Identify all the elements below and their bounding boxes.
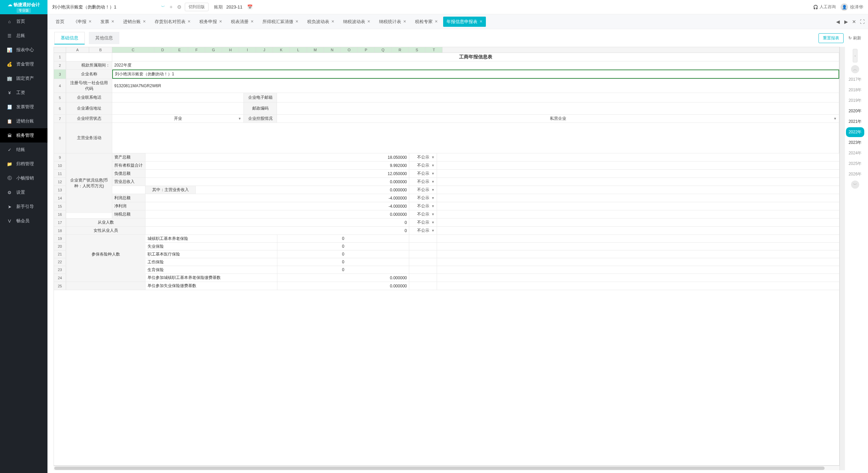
row-number[interactable]: 2 bbox=[54, 61, 66, 69]
year-down-button[interactable]: ﹀ bbox=[851, 181, 859, 189]
tab-税负波动表[interactable]: 税负波动表✕ bbox=[304, 17, 338, 27]
finance-value[interactable]: -4.000000 bbox=[145, 202, 409, 210]
nav-item-invoice[interactable]: 🧾发票管理 bbox=[0, 100, 47, 114]
year-2022年[interactable]: 2022年 bbox=[846, 127, 865, 137]
tab-所得税汇算清缴[interactable]: 所得税汇算清缴✕ bbox=[259, 17, 302, 27]
phone-cell[interactable] bbox=[112, 93, 244, 102]
holding-dropdown[interactable]: 私营企业▼ bbox=[277, 115, 839, 122]
finance-value[interactable]: 0.000000 bbox=[196, 186, 409, 194]
row-number[interactable]: 3 bbox=[54, 70, 66, 79]
nav-item-home[interactable]: ⌂首页 bbox=[0, 14, 47, 29]
zip-cell[interactable] bbox=[277, 102, 839, 114]
insurance-value[interactable]: 0 bbox=[277, 250, 409, 258]
col-header-T[interactable]: T bbox=[426, 47, 442, 53]
tab-税表清册[interactable]: 税表清册✕ bbox=[228, 17, 257, 27]
col-header-A[interactable]: A bbox=[66, 47, 89, 53]
publish-dropdown[interactable]: 不公示▼ bbox=[409, 186, 437, 194]
female-value[interactable]: 0 bbox=[145, 227, 409, 234]
nav-item-psi[interactable]: 📋进销台账 bbox=[0, 114, 47, 128]
user-menu[interactable]: 👤 徐泽华 bbox=[841, 3, 863, 11]
tab-税检专家[interactable]: 税检专家✕ bbox=[412, 17, 441, 27]
col-header-L[interactable]: L bbox=[290, 47, 307, 53]
col-header-C[interactable]: C bbox=[112, 47, 154, 53]
close-icon[interactable]: ✕ bbox=[479, 19, 482, 24]
row-number[interactable]: 17 bbox=[54, 219, 66, 226]
col-header-O[interactable]: O bbox=[341, 47, 358, 53]
base-value[interactable]: 0.000000 bbox=[277, 282, 409, 290]
row-number[interactable]: 22 bbox=[54, 258, 66, 266]
finance-value[interactable]: 0.000000 bbox=[145, 178, 409, 186]
close-icon[interactable]: ✕ bbox=[251, 19, 254, 24]
refresh-button[interactable]: ↻ 刷新 bbox=[848, 33, 861, 43]
plus-icon[interactable]: ＋ bbox=[169, 4, 174, 10]
nav-item-tax[interactable]: 🏛税务管理 bbox=[0, 128, 47, 143]
row-number[interactable]: 23 bbox=[54, 266, 66, 273]
tab-close-all-button[interactable]: ✕ bbox=[850, 18, 858, 25]
col-header-E[interactable]: E bbox=[171, 47, 188, 53]
old-version-button[interactable]: 切到旧版 bbox=[185, 3, 209, 11]
row-number[interactable]: 1 bbox=[54, 53, 66, 61]
tab-税务申报[interactable]: 税务申报✕ bbox=[196, 17, 225, 27]
publish-dropdown[interactable]: 不公示▼ bbox=[409, 178, 437, 186]
fullscreen-icon[interactable]: ⛶ bbox=[859, 18, 866, 25]
period-value[interactable]: 2023-11 bbox=[226, 4, 242, 10]
nav-item-xc[interactable]: Ⓒ小畅报销 bbox=[0, 171, 47, 185]
row-number[interactable]: 21 bbox=[54, 250, 66, 258]
publish-dropdown[interactable]: 不公示▼ bbox=[409, 170, 437, 177]
subtab-other[interactable]: 其他信息 bbox=[89, 32, 119, 44]
row-number[interactable]: 20 bbox=[54, 243, 66, 250]
publish-dropdown[interactable]: 不公示▼ bbox=[409, 210, 437, 218]
row-number[interactable]: 18 bbox=[54, 227, 66, 234]
addr-cell[interactable] bbox=[112, 102, 244, 114]
status-dropdown[interactable]: 开业▼ bbox=[112, 115, 244, 122]
consult-button[interactable]: 🎧 人工咨询 bbox=[813, 4, 836, 10]
row-number[interactable]: 24 bbox=[54, 274, 66, 282]
publish-dropdown[interactable]: 不公示▼ bbox=[409, 227, 437, 234]
finance-value[interactable]: 18.050000 bbox=[145, 153, 409, 161]
publish-dropdown[interactable]: 不公示▼ bbox=[409, 162, 437, 169]
nav-item-close[interactable]: ✓结账 bbox=[0, 143, 47, 157]
nav-item-report[interactable]: 📊报表中心 bbox=[0, 43, 47, 57]
email-cell[interactable] bbox=[277, 93, 839, 102]
row-number[interactable]: 5 bbox=[54, 93, 66, 102]
col-header-Q[interactable]: Q bbox=[375, 47, 392, 53]
close-icon[interactable]: ✕ bbox=[367, 19, 370, 24]
close-icon[interactable]: ✕ bbox=[435, 19, 438, 24]
close-icon[interactable]: ✕ bbox=[331, 19, 334, 24]
finance-value[interactable]: 9.992000 bbox=[145, 162, 409, 169]
finance-value[interactable]: -4.000000 bbox=[145, 194, 409, 202]
vertical-scrollbar[interactable] bbox=[840, 47, 845, 470]
finance-value[interactable]: 0.000000 bbox=[145, 210, 409, 218]
row-number[interactable]: 13 bbox=[54, 186, 66, 194]
tab-《申报[interactable]: 《申报✕ bbox=[70, 17, 95, 27]
account-selector[interactable]: 刘小艳演示账套（勿删勿动！）1 ﹀ bbox=[52, 4, 165, 10]
nav-item-ledger[interactable]: ☰总账 bbox=[0, 29, 47, 43]
tab-纳税统计表[interactable]: 纳税统计表✕ bbox=[376, 17, 410, 27]
publish-dropdown[interactable]: 不公示▼ bbox=[409, 219, 437, 226]
year-2023年[interactable]: 2023年 bbox=[846, 138, 865, 148]
year-2021年[interactable]: 2021年 bbox=[846, 117, 865, 127]
nav-item-asset[interactable]: 🏢固定资产 bbox=[0, 71, 47, 86]
tab-进销台账[interactable]: 进销台账✕ bbox=[120, 17, 149, 27]
row-number[interactable]: 10 bbox=[54, 162, 66, 169]
publish-dropdown[interactable]: 不公示▼ bbox=[409, 194, 437, 202]
regno-cell[interactable]: 91320811MA7NGR2W6R bbox=[112, 79, 839, 93]
row-number[interactable]: 16 bbox=[54, 210, 66, 218]
close-icon[interactable]: ✕ bbox=[143, 19, 146, 24]
nav-item-gear[interactable]: ⚙设置 bbox=[0, 185, 47, 200]
insurance-value[interactable]: 0 bbox=[277, 266, 409, 273]
mainbiz-cell[interactable] bbox=[112, 123, 839, 153]
tab-发票[interactable]: 发票✕ bbox=[97, 17, 118, 27]
col-header-D[interactable]: D bbox=[154, 47, 171, 53]
finance-value[interactable]: 12.050000 bbox=[145, 170, 409, 177]
row-number[interactable]: 6 bbox=[54, 102, 66, 114]
close-icon[interactable]: ✕ bbox=[295, 19, 298, 24]
close-icon[interactable]: ✕ bbox=[188, 19, 191, 24]
tab-next-button[interactable]: ▶ bbox=[842, 18, 850, 25]
publish-dropdown[interactable]: 不公示▼ bbox=[409, 153, 437, 161]
row-number[interactable]: 4 bbox=[54, 79, 66, 93]
rail-collapse-button[interactable]: ‹ bbox=[853, 49, 857, 62]
row-number[interactable]: 25 bbox=[54, 282, 66, 290]
col-header-G[interactable]: G bbox=[205, 47, 222, 53]
row-number[interactable]: 19 bbox=[54, 235, 66, 242]
